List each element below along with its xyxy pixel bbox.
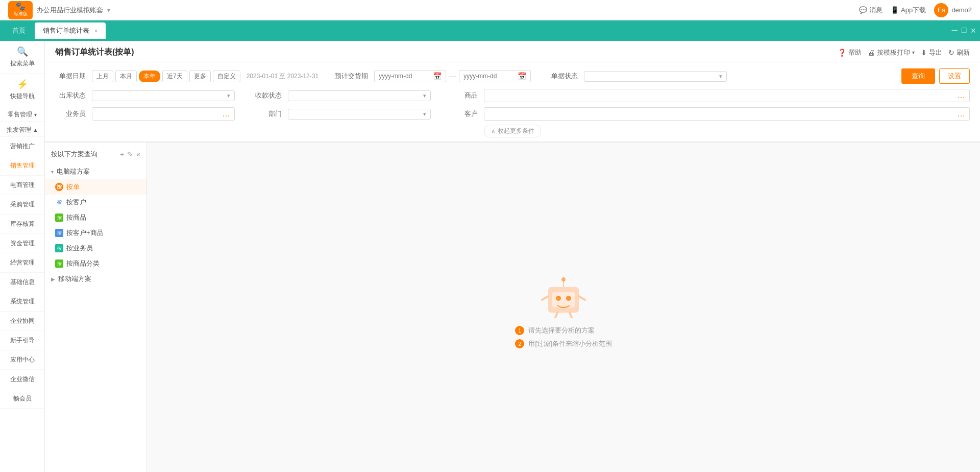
sidebar-item-member[interactable]: 畅会员 bbox=[0, 389, 44, 409]
expected-date-label: 预计交货期 bbox=[335, 72, 368, 81]
svg-line-6 bbox=[542, 296, 548, 300]
quick-nav-icon: ⚡ bbox=[17, 79, 28, 90]
svg-point-2 bbox=[556, 296, 561, 301]
sidebar-item-operations[interactable]: 经营管理 bbox=[0, 253, 44, 273]
tree-group-mobile[interactable]: ▶ 移动端方案 bbox=[45, 271, 146, 287]
tree-item-by-goods[interactable]: 按 按商品 bbox=[45, 210, 146, 225]
sidebar-item-enterprise[interactable]: 企业协同 bbox=[0, 312, 44, 331]
left-panel-title: 按以下方案查询 bbox=[51, 150, 117, 159]
tree-item-by-salesperson[interactable]: 按 按业务员 bbox=[45, 241, 146, 256]
salesperson-dots[interactable]: … bbox=[222, 109, 230, 119]
left-panel-add-btn[interactable]: + bbox=[120, 150, 124, 158]
date-btn-this-month[interactable]: 本月 bbox=[115, 70, 137, 82]
expected-date-end-input[interactable] bbox=[463, 73, 514, 80]
logo-text: 标准版 bbox=[14, 11, 28, 17]
empty-illustration bbox=[533, 267, 594, 318]
sidebar-item-basic-info[interactable]: 基础信息 bbox=[0, 273, 44, 292]
window-minimize-btn[interactable]: ─ bbox=[951, 26, 957, 36]
content-body: 按以下方案查询 + ✎ « ▾ 电脑端方案 按 按单 按 按客户 bbox=[45, 143, 980, 472]
svg-rect-1 bbox=[552, 292, 575, 308]
tab-home[interactable]: 首页 bbox=[4, 22, 34, 39]
date-btn-this-year[interactable]: 本年 bbox=[139, 70, 160, 82]
delivery-status-select[interactable]: ▾ bbox=[92, 90, 235, 101]
department-select[interactable]: ▾ bbox=[288, 109, 431, 120]
empty-tips: 1 请先选择要分析的方案 2 用[过滤]条件来缩小分析范围 bbox=[515, 326, 611, 348]
date-label: 单据日期 bbox=[55, 72, 86, 81]
filter-row-3: 业务员 … 部门 ▾ 客户 … bbox=[55, 107, 970, 121]
customer-dots[interactable]: … bbox=[957, 109, 965, 119]
download-icon: 📱 bbox=[891, 6, 899, 14]
export-icon: ⬇ bbox=[921, 49, 927, 57]
receipt-select-arrow: ▾ bbox=[423, 92, 426, 99]
tab-sales-order-stats[interactable]: 销售订单统计表 × bbox=[35, 22, 106, 39]
tree-item-by-order[interactable]: 按 按单 bbox=[45, 179, 146, 195]
date-btn-more[interactable]: 更多 bbox=[189, 70, 211, 82]
sidebar-group-retail[interactable]: 零售管理 ▾ bbox=[0, 106, 44, 122]
svg-point-5 bbox=[561, 277, 566, 281]
customer-input[interactable]: … bbox=[484, 107, 970, 121]
status-select[interactable]: ▾ bbox=[584, 71, 727, 82]
settings-btn[interactable]: 设置 bbox=[939, 68, 970, 84]
goods-label: 商品 bbox=[447, 91, 478, 100]
sidebar-item-enterprise-wechat[interactable]: 企业微信 bbox=[0, 370, 44, 389]
sidebar-item-system[interactable]: 系统管理 bbox=[0, 292, 44, 312]
sidebar: 🔍 搜索菜单 ⚡ 快捷导航 零售管理 ▾ 批发管理 ▲ 营销推广 销售管理 电商… bbox=[0, 41, 45, 472]
date-sep: — bbox=[449, 73, 456, 80]
app-title-arrow[interactable]: ▾ bbox=[107, 7, 110, 14]
help-icon: ❓ bbox=[838, 49, 846, 57]
filter-row-1: 单据日期 上月 本月 本年 近7天 更多 自定义 2023-01-01 至 20… bbox=[55, 68, 970, 84]
message-btn[interactable]: 💬 消息 bbox=[859, 6, 883, 15]
page-actions: ❓ 帮助 🖨 按模板打印 ▾ ⬇ 导出 ↻ 刷新 bbox=[838, 48, 970, 57]
item-type-teal: 按 bbox=[55, 244, 63, 252]
collapse-arrow-icon: ∧ bbox=[491, 128, 496, 135]
expected-date-start-input[interactable] bbox=[379, 73, 430, 80]
sidebar-item-appcenter[interactable]: 应用中心 bbox=[0, 350, 44, 370]
refresh-btn[interactable]: ↻ 刷新 bbox=[948, 48, 970, 57]
tab-close-btn[interactable]: × bbox=[94, 28, 97, 34]
sidebar-item-marketing[interactable]: 营销推广 bbox=[0, 137, 44, 156]
date-btn-7days[interactable]: 近7天 bbox=[162, 70, 187, 82]
goods-dots[interactable]: … bbox=[957, 91, 965, 100]
tree-item-by-customer[interactable]: 按 按客户 bbox=[45, 195, 146, 210]
user-area[interactable]: Ea demo2 bbox=[934, 3, 972, 17]
search-menu-icon: 🔍 bbox=[17, 46, 28, 57]
status-select-arrow: ▾ bbox=[719, 73, 722, 80]
sidebar-item-newuser[interactable]: 新手引导 bbox=[0, 331, 44, 350]
collapse-btn[interactable]: ∧ 收起更多条件 bbox=[484, 125, 541, 137]
navtabs: 首页 销售订单统计表 × ─ □ × bbox=[0, 20, 980, 41]
calendar-start-icon: 📅 bbox=[433, 72, 442, 80]
receipt-status-select[interactable]: ▾ bbox=[288, 90, 431, 101]
sidebar-item-quick-nav[interactable]: ⚡ 快捷导航 bbox=[0, 74, 44, 106]
tree-item-by-goods-category[interactable]: 按 按商品分类 bbox=[45, 256, 146, 271]
sidebar-item-sales[interactable]: 销售管理 bbox=[0, 156, 44, 176]
sidebar-item-inventory[interactable]: 库存核算 bbox=[0, 215, 44, 234]
left-panel: 按以下方案查询 + ✎ « ▾ 电脑端方案 按 按单 按 按客户 bbox=[45, 143, 147, 472]
sidebar-group-wholesale[interactable]: 批发管理 ▲ bbox=[0, 122, 44, 137]
logo-icon: 🐾 bbox=[15, 3, 26, 11]
sidebar-item-search-menu[interactable]: 🔍 搜索菜单 bbox=[0, 41, 44, 74]
template-print-btn[interactable]: 🖨 按模板打印 ▾ bbox=[868, 48, 915, 57]
expected-date-start[interactable]: 📅 bbox=[374, 70, 446, 82]
left-panel-collapse-btn[interactable]: « bbox=[136, 150, 140, 158]
app-download-btn[interactable]: 📱 App下载 bbox=[891, 6, 926, 15]
window-maximize-btn[interactable]: □ bbox=[962, 26, 967, 36]
window-close-btn[interactable]: × bbox=[970, 26, 976, 36]
date-btn-last-month[interactable]: 上月 bbox=[92, 70, 113, 82]
export-btn[interactable]: ⬇ 导出 bbox=[921, 48, 942, 57]
tree-item-by-customer-goods[interactable]: 按 按客户+商品 bbox=[45, 225, 146, 241]
expected-date-input: 📅 — 📅 bbox=[374, 70, 531, 82]
goods-input[interactable]: … bbox=[484, 89, 970, 102]
date-btn-custom[interactable]: 自定义 bbox=[213, 70, 240, 82]
empty-tip-2: 2 用[过滤]条件来缩小分析范围 bbox=[515, 339, 611, 348]
sidebar-item-finance[interactable]: 资金管理 bbox=[0, 234, 44, 253]
salesperson-input[interactable]: … bbox=[92, 107, 235, 121]
search-btn[interactable]: 查询 bbox=[901, 68, 935, 84]
content: 销售订单统计表(按单) ❓ 帮助 🖨 按模板打印 ▾ ⬇ 导出 ↻ 刷新 bbox=[45, 41, 980, 472]
sidebar-item-ecommerce[interactable]: 电商管理 bbox=[0, 176, 44, 195]
expected-date-end[interactable]: 📅 bbox=[459, 70, 531, 82]
sidebar-item-purchase[interactable]: 采购管理 bbox=[0, 195, 44, 215]
help-btn[interactable]: ❓ 帮助 bbox=[838, 48, 862, 57]
left-panel-edit-btn[interactable]: ✎ bbox=[127, 150, 133, 158]
tree-group-pc[interactable]: ▾ 电脑端方案 bbox=[45, 164, 146, 179]
tip-num-2: 2 bbox=[515, 339, 524, 348]
